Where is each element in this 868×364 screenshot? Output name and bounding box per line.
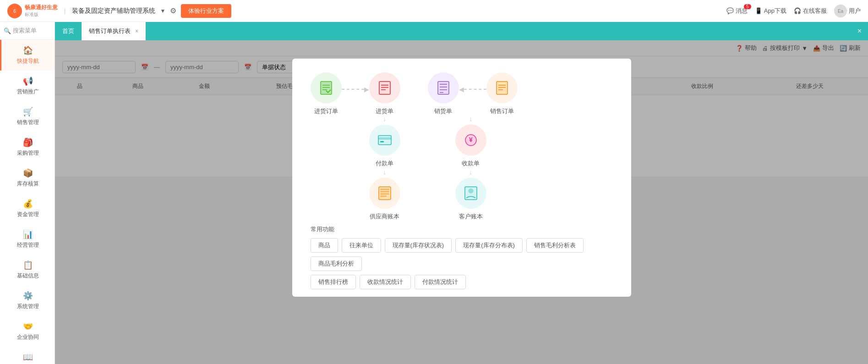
tab-close-btn[interactable]: ×	[135, 28, 138, 34]
settings-btn[interactable]: ⚙	[170, 6, 176, 15]
sidebar-item-label: 销售管理	[17, 119, 39, 126]
sidebar-item-finance[interactable]: 💰 资金管理	[0, 193, 55, 224]
sidebar: 🔍 搜索菜单 🏠 快捷导航 📢 营销推广 🛒 销售管理 🎒 采购管理 📦 库存核…	[0, 22, 55, 364]
common-btn-stock-dist[interactable]: 现存量(库存分布表)	[455, 238, 523, 253]
modal: 进货订单 ▶	[292, 59, 631, 297]
top-bar-right: 💬 消息 5 📱 App下载 🎧 在线客服 Ea 用户	[726, 5, 861, 17]
message-icon: 💬	[726, 7, 734, 14]
logo-area: 6 畅康通好生意 标准版	[7, 4, 58, 18]
flow-node-customer-account[interactable]: 客户账本	[455, 178, 486, 221]
system-icon: ⚙️	[23, 291, 33, 301]
tab-home[interactable]: 首页	[55, 22, 82, 40]
sidebar-item-label: 采购管理	[17, 149, 39, 157]
common-btn-product[interactable]: 商品	[311, 238, 338, 253]
sidebar-item-sales[interactable]: 🛒 销售管理	[0, 101, 55, 132]
tab-home-label: 首页	[62, 27, 74, 35]
main-content: 首页 销售订单执行表 × × ❓ 帮助 🖨 按模板打印 ▼	[55, 22, 868, 364]
trial-btn[interactable]: 体验行业方案	[181, 4, 231, 18]
arrow-down-collection: ↓	[455, 168, 486, 176]
online-service-btn[interactable]: 🎧 在线客服	[794, 7, 827, 15]
sidebar-search[interactable]: 🔍 搜索菜单	[0, 22, 55, 40]
common-btn-counterparty[interactable]: 往来单位	[342, 238, 381, 253]
stock-icon: 📦	[23, 168, 33, 178]
purchase-order-label: 进货订单	[314, 107, 338, 115]
svg-rect-21	[378, 136, 391, 145]
flow-node-collection[interactable]: ¥ 收款单	[455, 125, 486, 168]
content-area: ❓ 帮助 🖨 按模板打印 ▼ 📤 导出 🔄 刷新	[55, 40, 868, 364]
payment-circle[interactable]	[369, 125, 400, 156]
common-btn-sales-margin[interactable]: 销售毛利分析表	[526, 238, 584, 253]
svg-rect-27	[380, 189, 389, 190]
sidebar-item-purchase[interactable]: 🎒 采购管理	[0, 132, 55, 163]
flow-node-purchase-receipt[interactable]: 进货单	[369, 72, 400, 115]
svg-rect-30	[380, 196, 387, 197]
tab-sales-order[interactable]: 销售订单执行表 ×	[82, 22, 146, 40]
flow-node-sale-order[interactable]: 销售订单	[486, 72, 518, 115]
sidebar-item-label: 企业协同	[17, 333, 39, 341]
common-btn-stock-status[interactable]: 现存量(库存状况表)	[385, 238, 452, 253]
sidebar-item-label: 经营管理	[17, 241, 39, 249]
home-icon: 🏠	[23, 45, 33, 55]
arrow-down-sale: ↓	[455, 115, 486, 123]
flow-node-sale-receipt[interactable]: 销货单	[428, 72, 459, 115]
sidebar-item-label: 资金管理	[17, 211, 39, 218]
sidebar-item-marketing[interactable]: 📢 营销推广	[0, 71, 55, 101]
common-btn-product-margin[interactable]: 商品毛利分析	[311, 256, 362, 271]
sale-order-label: 销售订单	[490, 107, 514, 115]
common-buttons: 商品 往来单位 现存量(库存状况表) 现存量(库存分布表) 销售毛利分析表 商品…	[311, 238, 613, 271]
customer-account-circle[interactable]	[455, 178, 486, 209]
svg-rect-29	[380, 193, 389, 195]
modal-overlay[interactable]: 进货订单 ▶	[55, 40, 868, 364]
sidebar-item-label: 系统管理	[17, 303, 39, 310]
arrow-1: ▶	[342, 86, 369, 93]
operation-icon: 📊	[23, 229, 33, 239]
flow-node-purchase-order[interactable]: 进货订单	[311, 72, 342, 115]
app-download-btn[interactable]: 📱 App下载	[755, 7, 786, 15]
sale-receipt-label: 销货单	[434, 107, 452, 115]
svg-text:¥: ¥	[469, 136, 473, 143]
sale-receipt-circle[interactable]	[428, 72, 459, 103]
common-btn-receipt-stats[interactable]: 收款情况统计	[360, 275, 411, 289]
flow-row-1: 进货订单 ▶	[311, 72, 613, 115]
flow-node-payment[interactable]: 付款单	[369, 125, 400, 168]
common-buttons-row2: 销售排行榜 收款情况统计 付款情况统计	[311, 275, 613, 289]
sales-icon: 🛒	[23, 107, 33, 117]
common-btn-payment-stats[interactable]: 付款情况统计	[415, 275, 466, 289]
supplier-account-circle[interactable]	[369, 178, 400, 209]
sidebar-item-operation[interactable]: 📊 经营管理	[0, 224, 55, 255]
sidebar-item-enterprise[interactable]: 🤝 企业协同	[0, 316, 55, 347]
collection-label: 收款单	[462, 159, 480, 168]
payment-label: 付款单	[376, 159, 393, 168]
system-name: 装备及固定资产辅助管理系统	[72, 7, 155, 15]
tab-bar-close-btn[interactable]: ×	[851, 27, 868, 35]
purchase-receipt-circle[interactable]	[369, 72, 400, 103]
top-bar: 6 畅康通好生意 标准版 | 装备及固定资产辅助管理系统 ▼ ⚙ 体验行业方案 …	[0, 0, 868, 22]
purchase-icon: 🎒	[23, 137, 33, 147]
logo-icon: 6	[7, 4, 22, 18]
message-btn[interactable]: 💬 消息 5	[726, 7, 748, 15]
tab-sales-order-label: 销售订单执行表	[89, 27, 131, 35]
user-area[interactable]: Ea 用户	[834, 5, 861, 17]
common-section: 常用功能 商品 往来单位 现存量(库存状况表) 现存量(库存分布表) 销售毛利分…	[311, 225, 613, 289]
common-btn-sales-rank[interactable]: 销售排行榜	[311, 275, 356, 289]
sidebar-item-system[interactable]: ⚙️ 系统管理	[0, 285, 55, 316]
arrow-down-payment: ↓	[369, 168, 400, 176]
svg-rect-23	[380, 141, 384, 142]
top-bar-left: 6 畅康通好生意 标准版 | 装备及固定资产辅助管理系统 ▼ ⚙ 体验行业方案	[7, 4, 231, 18]
collection-circle[interactable]: ¥	[455, 125, 486, 156]
sidebar-item-label: 库存核算	[17, 180, 39, 188]
svg-point-32	[469, 189, 473, 193]
purchase-order-circle[interactable]	[311, 72, 342, 103]
flow-vertical-row: ↓ ↓	[311, 115, 613, 123]
sale-order-circle[interactable]	[486, 72, 518, 103]
sidebar-item-quick[interactable]: 🏠 快捷导航	[0, 40, 55, 71]
system-dropdown-btn[interactable]: ▼	[160, 8, 165, 14]
user-avatar: Ea	[834, 5, 847, 17]
common-title: 常用功能	[311, 225, 613, 234]
flow-row-2: 付款单 ¥ 收款单	[311, 125, 613, 168]
modal-content: 进货订单 ▶	[292, 59, 631, 297]
sidebar-item-basic[interactable]: 📋 基础信息	[0, 255, 55, 285]
sidebar-item-stock[interactable]: 📦 库存核算	[0, 163, 55, 193]
sidebar-item-guide[interactable]: 📖 新手引导	[0, 347, 55, 364]
flow-node-supplier-account[interactable]: 供应商账本	[369, 178, 400, 221]
